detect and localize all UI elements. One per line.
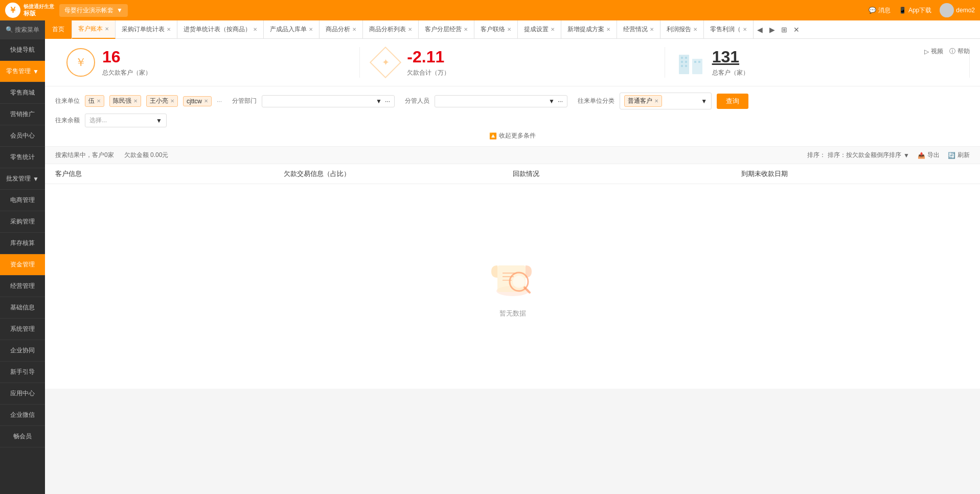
results-bar: 搜索结果中，客户0家 欠款金额 0.00元 排序： 排序：按欠款金额倒序排序 ▼… (45, 147, 980, 164)
sort-select[interactable]: 排序： 排序：按欠款金额倒序排序 ▼ (807, 151, 909, 160)
video-btn[interactable]: ▷ 视频 (924, 47, 943, 56)
user-avatar[interactable]: demo2 (940, 3, 975, 17)
filter-tag-wang: 王小亮 ✕ (146, 95, 178, 107)
tab-close-icon[interactable]: ✕ (167, 27, 171, 32)
filter-tag-wu: 伍 ✕ (85, 95, 104, 107)
tab-commission-settings[interactable]: 提成设置 ✕ (518, 20, 561, 39)
balance-placeholder: 选择... (89, 116, 153, 125)
tab-close-icon[interactable]: ✕ (253, 27, 257, 32)
export-button[interactable]: 📤 导出 (918, 151, 940, 160)
tab-close-icon[interactable]: ✕ (408, 27, 412, 32)
tab-purchase-order[interactable]: 采购订单统计表 ✕ (116, 20, 177, 39)
col-customer-info: 客户信息 (55, 169, 284, 178)
sidebar-item-retail-stats[interactable]: 零售统计 (0, 147, 45, 168)
tab-retail-profit[interactable]: 零售利润（ ✕ (704, 20, 754, 39)
empty-text: 暂无数据 (499, 309, 526, 318)
refresh-button[interactable]: 🔄 刷新 (948, 151, 970, 160)
tab-business-status[interactable]: 经营情况 ✕ (617, 20, 660, 39)
sidebar-item-wechat-work[interactable]: 企业微信 (0, 405, 45, 426)
sidebar-item-purchase-mgmt[interactable]: 采购管理 (0, 211, 45, 233)
tab-nav-right[interactable]: ▶ (766, 20, 778, 39)
results-text: 搜索结果中，客户0家 欠款金额 0.00元 (55, 151, 168, 160)
sidebar-item-wholesale-mgmt[interactable]: 批发管理 ▼ (0, 168, 45, 190)
sidebar-item-marketing[interactable]: 营销推广 (0, 104, 45, 125)
stat-label-customers: 总欠款客户（家） (102, 69, 151, 77)
top-bar: ￥ 畅捷通好生意 标版 母婴行业演示帐套 ▼ 💬 消息 📱 App下载 (0, 0, 980, 20)
sidebar-item-chang-member[interactable]: 畅会员 (0, 426, 45, 447)
tab-close-icon[interactable]: ✕ (743, 27, 747, 32)
sidebar-item-system-mgmt[interactable]: 系统管理 (0, 319, 45, 340)
sidebar-item-retail-mall[interactable]: 零售商城 (0, 82, 45, 104)
messages-btn[interactable]: 💬 消息 (869, 6, 891, 15)
stats-right: ▷ 视频 ⓘ 帮助 (924, 47, 970, 56)
main-content: ￥ 16 总欠款客户（家） ✦ (45, 39, 980, 494)
sidebar-item-finance-mgmt[interactable]: 资金管理 (0, 254, 45, 276)
class-label: 往来单位分类 (578, 97, 614, 105)
tab-customer-ledger[interactable]: 客户账本 ✕ (72, 20, 116, 39)
svg-point-15 (513, 276, 525, 288)
sidebar-search[interactable]: 🔍 搜索菜单 (0, 20, 45, 39)
stat-block-arrears: ✦ -2.11 欠款合计（万） (360, 47, 665, 78)
person-select[interactable]: ▼ ··· (435, 95, 567, 107)
filter-tag-wu-close[interactable]: ✕ (97, 98, 101, 104)
tab-close-icon[interactable]: ✕ (105, 26, 109, 32)
sidebar-item-inventory[interactable]: 库存核算 (0, 233, 45, 254)
balance-label: 往来余额 (55, 116, 80, 125)
query-button[interactable]: 查询 (717, 94, 748, 109)
svg-rect-5 (685, 57, 687, 59)
dept-select[interactable]: ▼ ··· (262, 95, 395, 107)
filter-class-tag-close[interactable]: ✕ (654, 98, 658, 104)
tab-close-icon[interactable]: ✕ (606, 27, 610, 32)
tab-product-analysis-list[interactable]: 商品分析列表 ✕ (363, 20, 419, 39)
logo-title: 标版 (24, 10, 54, 17)
sidebar-item-app-center[interactable]: 应用中心 (0, 383, 45, 405)
tab-close-icon[interactable]: ✕ (693, 27, 697, 32)
tab-product-analysis[interactable]: 商品分析 ✕ (320, 20, 363, 39)
sidebar-item-retail-mgmt[interactable]: 零售管理 ▼ (0, 61, 45, 82)
content-area: 首页 客户账本 ✕ 采购订单统计表 ✕ 进货单统计表（按商品） ✕ 产成品入库单… (45, 20, 980, 494)
class-select[interactable]: 普通客户 ✕ ▼ (620, 93, 712, 109)
sidebar-item-basic-info[interactable]: 基础信息 (0, 297, 45, 319)
stats-header: ￥ 16 总欠款客户（家） ✦ (45, 39, 980, 86)
tab-close-icon[interactable]: ✕ (309, 27, 313, 32)
filter-tag-cjttcw-close[interactable]: ✕ (204, 98, 208, 104)
svg-rect-10 (694, 61, 696, 63)
store-selector[interactable]: 母婴行业演示帐套 ▼ (59, 4, 128, 17)
sidebar-item-newbie-guide[interactable]: 新手引导 (0, 362, 45, 383)
tab-goods-inbound[interactable]: 进货单统计表（按商品） ✕ (177, 20, 264, 39)
collapse-button[interactable]: 🔼 收起更多条件 (489, 131, 536, 140)
stat-value-customers: 16 (102, 48, 151, 66)
tab-nav-left[interactable]: ◀ (754, 20, 766, 39)
tab-customer-tier[interactable]: 客户分层经营 ✕ (419, 20, 474, 39)
sidebar-item-ecommerce[interactable]: 电商管理 (0, 190, 45, 211)
filter-tag-cjttcw: cjttcw ✕ (183, 96, 212, 106)
logo-area: ￥ 畅捷通好生意 标版 (5, 3, 54, 18)
svg-rect-8 (681, 65, 683, 67)
stat-label-total: 总客户（家） (712, 69, 749, 77)
sidebar-item-enterprise-collab[interactable]: 企业协同 (0, 340, 45, 362)
balance-select[interactable]: 选择... ▼ (85, 114, 167, 127)
tab-product-inbound[interactable]: 产成品入库单 ✕ (264, 20, 320, 39)
sidebar-item-operations-mgmt[interactable]: 经营管理 (0, 276, 45, 297)
filter-tag-wang-close[interactable]: ✕ (170, 98, 174, 104)
top-bar-right: 💬 消息 📱 App下载 demo2 (869, 3, 975, 17)
tab-close-icon[interactable]: ✕ (352, 27, 356, 32)
tab-add-commission-plan[interactable]: 新增提成方案 ✕ (561, 20, 617, 39)
col-arrears-info: 欠款交易信息（占比） (284, 169, 512, 178)
tab-nav-close-all[interactable]: ✕ (790, 20, 803, 39)
stat-icon-diamond: ✦ (370, 47, 401, 78)
tab-nav-expand[interactable]: ⊞ (778, 20, 790, 39)
app-download-btn[interactable]: 📱 App下载 (899, 6, 931, 15)
sidebar-item-quick-nav[interactable]: 快捷导航 (0, 39, 45, 61)
tab-home[interactable]: 首页 (45, 20, 72, 39)
tab-close-icon[interactable]: ✕ (507, 27, 511, 32)
tab-profit-report[interactable]: 利润报告 ✕ (660, 20, 704, 39)
tab-customer-contact[interactable]: 客户联络 ✕ (474, 20, 518, 39)
tab-close-icon[interactable]: ✕ (551, 27, 555, 32)
filter-tag-chen-close[interactable]: ✕ (133, 98, 138, 104)
sidebar-item-member-center[interactable]: 会员中心 (0, 125, 45, 147)
help-btn[interactable]: ⓘ 帮助 (949, 47, 970, 56)
tab-close-icon[interactable]: ✕ (464, 27, 468, 32)
tab-close-icon[interactable]: ✕ (650, 27, 654, 32)
filter-more-units[interactable]: ··· (217, 98, 222, 105)
